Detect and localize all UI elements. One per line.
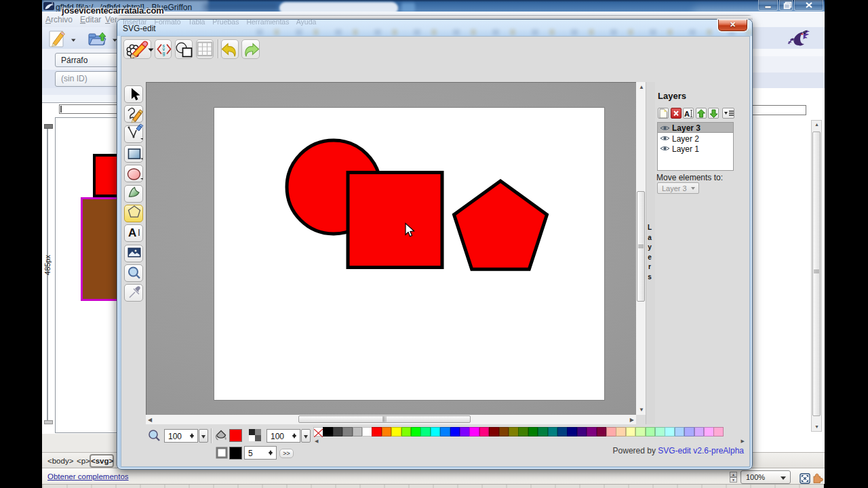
svg-text:I: I bbox=[138, 227, 140, 238]
svg-text:A: A bbox=[128, 226, 136, 239]
svg-text:g: g bbox=[163, 51, 165, 56]
svg-text:A: A bbox=[684, 110, 690, 118]
